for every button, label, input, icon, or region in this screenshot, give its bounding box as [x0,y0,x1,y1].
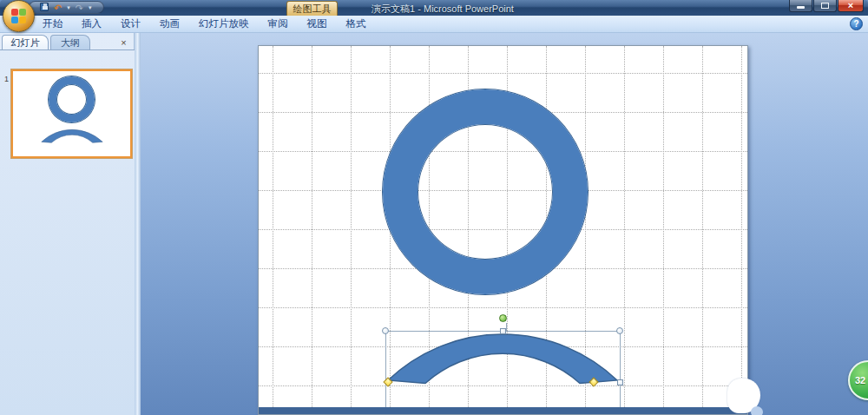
close-button[interactable]: × [838,0,864,12]
slide-canvas[interactable] [258,45,748,415]
watermark-badge-text: 32 [855,375,865,385]
drawing-tools-contextual-label: 绘图工具 [286,1,338,16]
grid-line [273,46,273,409]
slides-list: 1 [0,49,135,415]
tab-view[interactable]: 视图 [298,16,337,33]
close-icon: × [848,1,853,10]
grid-line [741,46,742,409]
ribbon-tab-strip: 开始 插入 设计 动画 幻灯片放映 审阅 视图 格式 ? [0,16,868,33]
grid-line [259,73,747,74]
resize-handle-right-middle[interactable] [617,379,623,385]
tab-insert[interactable]: 插入 [72,16,111,33]
minimize-button[interactable] [789,0,812,12]
tab-slideshow[interactable]: 幻灯片放映 [189,16,259,33]
grid-line [351,46,352,409]
undo-button[interactable]: ↶ [54,3,62,12]
thumbnail-arc-shape [41,128,103,143]
minimize-icon [797,6,805,9]
panel-splitter[interactable] [135,33,141,415]
window-title: 演示文稿1 - Microsoft PowerPoint [304,3,582,16]
canvas-bottom-strip [259,407,747,414]
resize-handle-top-left[interactable] [382,327,389,334]
rotate-handle-stem [506,323,507,332]
grid-line [663,46,664,409]
resize-handle-top-right[interactable] [616,327,623,334]
slide-thumbnail[interactable] [11,69,132,158]
tab-home[interactable]: 开始 [33,16,72,33]
selection-right-edge [620,331,621,409]
resize-handle-top-middle[interactable] [500,328,506,334]
redo-button[interactable]: ↷ [76,3,83,12]
grid-line [259,307,747,308]
help-icon[interactable]: ? [850,17,863,30]
office-logo-icon [11,9,27,24]
qat-customize-icon[interactable]: ▾ [89,3,92,12]
thumbnail-donut-shape [49,76,95,122]
restore-button[interactable] [813,0,837,12]
quick-access-toolbar: ↶ ▾ ↷ ▾ [29,1,104,14]
tab-animations[interactable]: 动画 [150,16,189,33]
watermark-cloud-dot [751,406,763,415]
ribbon-tabs: 开始 插入 设计 动画 幻灯片放映 审阅 视图 格式 [33,16,376,33]
panel-close-icon[interactable]: × [118,37,129,49]
donut-shape[interactable] [383,89,588,294]
restore-icon [821,3,829,9]
grid-line [624,46,625,409]
undo-dropdown-icon[interactable]: ▾ [67,3,70,12]
tab-review[interactable]: 审阅 [259,16,298,33]
office-button[interactable] [3,0,35,32]
title-bar: 演示文稿1 - Microsoft PowerPoint × 绘图工具 [0,0,868,16]
tab-design[interactable]: 设计 [111,16,150,33]
slide-number: 1 [4,75,9,83]
grid-line [312,46,312,409]
grid-line [259,385,747,386]
selection-left-edge [385,331,386,409]
save-button[interactable] [40,3,49,13]
block-arc-shape[interactable] [385,331,620,385]
slides-panel: 幻灯片 大纲 × 1 [0,33,135,415]
tab-format[interactable]: 格式 [337,16,376,33]
rotate-handle[interactable] [499,314,507,322]
watermark-badge: 32 [848,360,868,400]
tab-slides[interactable]: 幻灯片 [2,35,49,49]
tab-outline[interactable]: 大纲 [50,35,90,49]
slides-panel-tabs: 幻灯片 大纲 × [0,35,135,49]
grid-line [702,46,703,409]
workspace: 32 [141,33,868,415]
window-controls: × [788,0,864,12]
save-icon [40,3,49,11]
